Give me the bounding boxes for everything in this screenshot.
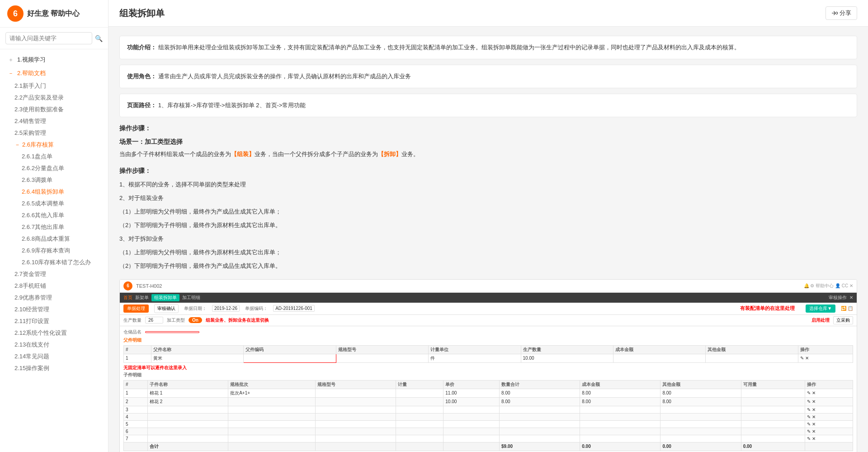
mock-toggle-container: On: [189, 317, 202, 323]
mock-qty-input: 26: [145, 317, 163, 324]
mock-icons: 🔔 ⚙ 帮助中心 👤 CC ✕: [804, 283, 853, 289]
mock-menubar: 单据处理 审核确认 单据日期： 2019-12-26 单据编码： AD-2019…: [120, 303, 857, 315]
function-label: 功能介绍：: [127, 44, 156, 51]
sidebar-item-mobile[interactable]: 2.8手机旺铺: [0, 280, 108, 292]
search-button[interactable]: 🔍: [95, 35, 103, 42]
sidebar-item-ledger-query[interactable]: 2.6.9库存账本查询: [0, 245, 108, 257]
sidebar-item-coupon[interactable]: 2.9优惠券管理: [0, 292, 108, 304]
mock-label-code: 单据编码：: [245, 305, 268, 312]
mock-warehouse-input[interactable]: [145, 331, 199, 333]
steps-list: 1、根据不同的业务，选择不同单据的类型来处理 2、对于组装业务 （1）上部明细为…: [119, 179, 857, 272]
steps-title: 操作步骤：: [119, 167, 857, 175]
sidebar-item-operations[interactable]: 2.10经营管理: [0, 304, 108, 315]
sidebar-item-partial-stocktake[interactable]: 2.6.2分量盘点单: [0, 162, 108, 174]
sidebar-item-video[interactable]: ＋ 1.视频学习: [0, 53, 108, 67]
sidebar-item-other-in[interactable]: 2.6.6其他入库单: [0, 209, 108, 221]
th-other: 其他金额: [706, 345, 798, 354]
mock-table2-title: 子件明细: [123, 372, 853, 378]
sidebar-item-faq[interactable]: 2.14常见问题: [0, 351, 108, 362]
step-1: 1、根据不同的业务，选择不同单据的类型来处理: [119, 179, 857, 190]
step-2: 2、对于组装业务: [119, 192, 857, 204]
annotation-bill: 有装配清单的在这里处理: [738, 305, 797, 312]
function-text: 组装拆卸单用来处理企业组装或拆卸等加工业务，支持有固定装配清单的产品加工业务，也…: [158, 44, 740, 51]
function-intro-box: 功能介绍： 组装拆卸单用来处理企业组装或拆卸等加工业务，支持有固定装配清单的产品…: [119, 36, 857, 59]
table-footer: 合计 $9.00 0.00 0.00 0.00: [124, 442, 853, 451]
sidebar-item-purchase[interactable]: 2.5采购管理: [0, 127, 108, 139]
sidebar-item-install[interactable]: 2.2产品安装及登录: [0, 92, 108, 104]
sidebar-item-personalize[interactable]: 2.12系统个性化设置: [0, 327, 108, 339]
annotation-manual-input: 无固定清单可以逐件在这里录入: [123, 365, 853, 371]
mock-qty-label: 生产数量: [123, 317, 142, 324]
logo-icon: 6: [7, 5, 24, 22]
mock-toggle-on[interactable]: On: [189, 317, 202, 323]
sidebar-item-inventory[interactable]: － 2.6库存核算: [0, 139, 108, 151]
sidebar-item-finance[interactable]: 2.7资金管理: [0, 268, 108, 280]
mock-status-icons: 🔁 📋: [841, 306, 853, 311]
scenario1-title: 场景一：加工类型选择: [119, 138, 857, 146]
main-header: 组装拆卸单 分享: [108, 0, 868, 27]
sidebar-item-help-doc[interactable]: － 2.帮助文档: [0, 67, 108, 80]
highlighted-cell: [244, 354, 336, 362]
mock-nav-active: 组装拆卸单: [151, 294, 179, 301]
table-row: 7✎ ✕: [124, 435, 853, 442]
search-input[interactable]: [5, 32, 92, 44]
sidebar-item-cost-recalc[interactable]: 2.6.8商品成本重算: [0, 233, 108, 245]
nav-list: ＋ 1.视频学习 － 2.帮助文档 2.1新手入门 2.2产品安装及登录 2.3…: [0, 49, 108, 452]
sidebar: 6 好生意 帮助中心 🔍 ＋ 1.视频学习 － 2.帮助文档 2.1新手入门 2…: [0, 0, 108, 452]
sidebar-item-sales[interactable]: 2.4销售管理: [0, 115, 108, 127]
mock-code-value: AD-20191226-001: [273, 305, 315, 312]
mock-btn-apply[interactable]: 立采购: [833, 316, 853, 324]
sidebar-item-online-pay[interactable]: 2.13在线支付: [0, 339, 108, 351]
mock-btn-select-warehouse[interactable]: 选择仓库▼: [806, 305, 835, 313]
mock-type-label: 加工类型: [167, 317, 185, 324]
mock-warehouse-select: 选择仓库▼: [806, 305, 835, 313]
sidebar-item-transfer[interactable]: 2.6.3调拨单: [0, 174, 108, 186]
role-label: 使用角色：: [127, 73, 156, 80]
step-3-2: （2）下部明细为子件明细，最终作为产成品生成其它入库单。: [119, 260, 857, 272]
step-2-2: （2）下部明细为子件明细，最终作为原材料生成其它出库单。: [119, 219, 857, 231]
plus-icon: ＋: [7, 56, 14, 63]
sidebar-item-newbie[interactable]: 2.1新手入门: [0, 80, 108, 92]
mock-table-child: # 子件名称 规格批次 规格型号 计量 单价 数量合计 成本金额 其他金额 可用…: [123, 380, 853, 451]
th-num: #: [124, 345, 151, 354]
mock-logo: 6: [123, 281, 132, 290]
mock-label-date: 单据日期：: [184, 305, 207, 312]
mock-navbar: 首页 新架单 组装拆卸单 加工明细 审核操作 ✕: [120, 293, 857, 303]
mock-nav-close: ✕: [849, 295, 853, 300]
table-row: 3✎ ✕: [124, 406, 853, 413]
th-qty: 生产数量: [521, 345, 613, 354]
main-content: 组装拆卸单 分享 功能介绍： 组装拆卸单用来处理企业组装或拆卸等加工业务，支持有…: [108, 0, 868, 452]
mock-titlebar: 6 TEST-H002 🔔 ⚙ 帮助中心 👤 CC ✕: [120, 280, 857, 293]
share-icon: [831, 10, 838, 16]
mock-date-value: 2019-12-26: [212, 305, 240, 312]
mock-btn-audit[interactable]: 审核确认: [154, 304, 179, 313]
role-box: 使用角色： 通常由生产人员或库管人员完成拆装业务的操作，库管人员确认原材料的出库…: [119, 65, 857, 88]
th-parent-code: 父件编码: [244, 345, 336, 354]
app-title: 好生意 帮助中心: [27, 9, 80, 19]
path-text: 1、库存核算->库存管理->组装拆卸单 2、首页->常用功能: [158, 102, 306, 109]
table-row: 5✎ ✕: [124, 420, 853, 428]
mock-btn-process[interactable]: 单据处理: [123, 305, 149, 313]
table-row: 2 棉花 2 10.00 8.00 8.00 8.00 ✎ ✕: [124, 397, 853, 406]
sidebar-item-cases[interactable]: 2.15操作案例: [0, 362, 108, 374]
sidebar-item-data-prep[interactable]: 2.3使用前数据准备: [0, 104, 108, 115]
sidebar-item-cost-adjust[interactable]: 2.6.5成本调整单: [0, 198, 108, 209]
screenshot-container: 6 TEST-H002 🔔 ⚙ 帮助中心 👤 CC ✕ 首页 新架单 组装拆卸单…: [119, 279, 857, 452]
search-box: 🔍: [0, 28, 108, 49]
sidebar-item-stocktake[interactable]: 2.6.1盘点单: [0, 151, 108, 162]
sidebar-item-other-out[interactable]: 2.6.7其他出库单: [0, 221, 108, 233]
content-area: 功能介绍： 组装拆卸单用来处理企业组装或拆卸等加工业务，支持有固定装配清单的产品…: [108, 27, 868, 452]
step-3: 3、对于拆卸业务: [119, 233, 857, 245]
mock-form: 仓储品名 父件明细 # 父件名称 父件编码 规格型号 计量单位: [120, 326, 857, 452]
table-row: 1 黄米 件 10.00 ✎ ✕: [124, 354, 853, 362]
sidebar-item-print[interactable]: 2.11打印设置: [0, 315, 108, 327]
table-row: 1 棉花 1 批次A+1+ 11.00 8.00 8.00 8.00 ✎: [124, 389, 853, 397]
share-button[interactable]: 分享: [826, 6, 857, 20]
mock-domain: TEST-H002: [136, 283, 800, 289]
th-spec: 规格型号: [336, 345, 428, 354]
mock-table1-title: 父件明细: [123, 337, 853, 343]
path-box: 页面路径： 1、库存核算->库存管理->组装拆卸单 2、首页->常用功能: [119, 94, 857, 117]
minus-icon: －: [7, 70, 14, 77]
sidebar-item-assembly[interactable]: 2.6.4组装拆卸单: [0, 186, 108, 198]
sidebar-item-ledger-fix[interactable]: 2.6.10库存账本错了怎么办: [0, 257, 108, 268]
